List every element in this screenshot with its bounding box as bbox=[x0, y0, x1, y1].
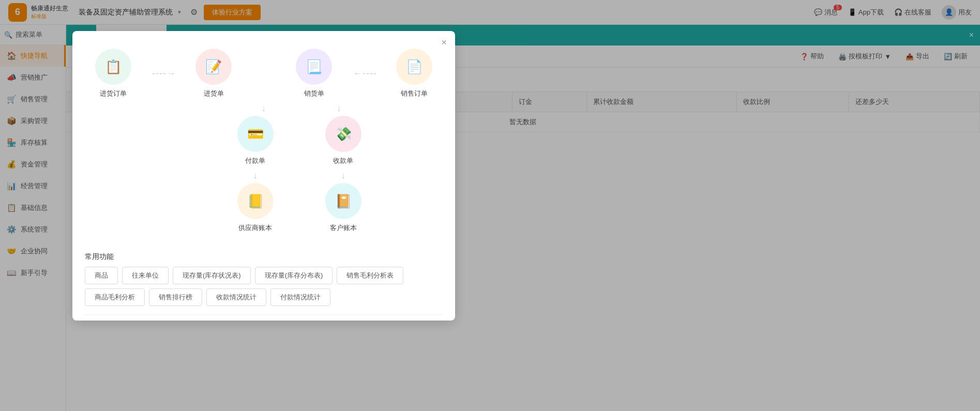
purchase-order-icon: 📋 bbox=[95, 49, 131, 85]
modal-overlay: × 📋 进货订单 - - - - → 📝 进货单 📃 bbox=[0, 0, 980, 411]
modal-close-btn[interactable]: × bbox=[441, 37, 447, 48]
flow-row-2: 💳 付款单 💸 收款单 bbox=[85, 116, 443, 165]
func-btn-counterparty[interactable]: 往来单位 bbox=[122, 267, 169, 284]
flow-section: 📋 进货订单 - - - - → 📝 进货单 📃 销货单 ← - - - - bbox=[85, 43, 443, 247]
func-btn-goods-margin[interactable]: 商品毛利分析 bbox=[85, 288, 145, 306]
flow-node-sales-bill[interactable]: 📃 销货单 bbox=[285, 49, 342, 98]
sales-bill-icon: 📃 bbox=[296, 49, 332, 85]
arrow-down-receipt: ↓ bbox=[315, 170, 372, 181]
flow-node-payment[interactable]: 💳 付款单 bbox=[227, 116, 284, 165]
flow-node-supplier-ledger[interactable]: 📒 供应商账本 bbox=[227, 183, 284, 233]
purchase-bill-icon: 📝 bbox=[195, 49, 232, 85]
sales-order-icon: 📄 bbox=[396, 49, 432, 85]
func-btn-sales-rank[interactable]: 销售排行榜 bbox=[149, 288, 202, 306]
flow-arrows-down-1: ↓ ↓ bbox=[85, 102, 443, 114]
flow-arrows-down-2: ↓ ↓ bbox=[85, 170, 443, 181]
common-title: 常用功能 bbox=[85, 252, 443, 262]
common-section: 常用功能 商品 往来单位 现存量(库存状况表) 现存量(库存分布表) 销售毛利分… bbox=[85, 252, 443, 306]
flow-node-purchase-bill[interactable]: 📝 进货单 bbox=[185, 49, 242, 98]
func-btn-receipt-stat[interactable]: 收款情况统计 bbox=[206, 288, 266, 306]
scroll-right-arrow[interactable]: ▶ bbox=[438, 319, 443, 321]
arrow-sales: ← - - - - bbox=[342, 68, 386, 79]
func-btn-payment-stat[interactable]: 付款情况统计 bbox=[270, 288, 330, 306]
arrow-purchase: - - - - → bbox=[142, 68, 185, 79]
flow-node-receipt[interactable]: 💸 收款单 bbox=[315, 116, 372, 165]
func-btn-stock-status[interactable]: 现存量(库存状况表) bbox=[173, 267, 251, 284]
scroll-left-arrow[interactable]: ◀ bbox=[85, 319, 90, 321]
func-btn-sales-margin[interactable]: 销售毛利分析表 bbox=[337, 267, 403, 284]
receipt-icon: 💸 bbox=[325, 116, 361, 152]
app-wrapper: 6 畅康通好生意 标准版 装备及固定资产辅助管理系统 ▼ ⚙ 体验行业方案 💬 … bbox=[0, 0, 980, 411]
supplier-ledger-icon: 📒 bbox=[237, 183, 274, 219]
arrow-down-purchase-bill: ↓ bbox=[235, 102, 292, 114]
flow-node-sales-order[interactable]: 📄 销售订单 bbox=[386, 49, 443, 98]
payment-icon: 💳 bbox=[237, 116, 274, 152]
arrow-down-payment: ↓ bbox=[227, 170, 284, 181]
customer-ledger-icon: 📔 bbox=[325, 183, 361, 219]
func-btn-stock-dist[interactable]: 现存量(库存分布表) bbox=[255, 267, 333, 284]
func-buttons: 商品 往来单位 现存量(库存状况表) 现存量(库存分布表) 销售毛利分析表 商品… bbox=[85, 267, 443, 306]
flow-node-customer-ledger[interactable]: 📔 客户账本 bbox=[315, 183, 372, 233]
modal-scrollbar: ◀ ▶ bbox=[85, 314, 443, 321]
arrow-down-sales-bill: ↓ bbox=[311, 102, 368, 114]
flow-row-3: 📒 供应商账本 📔 客户账本 bbox=[85, 183, 443, 233]
quick-nav-modal: × 📋 进货订单 - - - - → 📝 进货单 📃 bbox=[72, 31, 455, 321]
func-btn-goods[interactable]: 商品 bbox=[85, 267, 118, 284]
flow-node-purchase-order[interactable]: 📋 进货订单 bbox=[85, 49, 142, 98]
flow-row-1: 📋 进货订单 - - - - → 📝 进货单 📃 销货单 ← - - - - bbox=[85, 49, 443, 98]
